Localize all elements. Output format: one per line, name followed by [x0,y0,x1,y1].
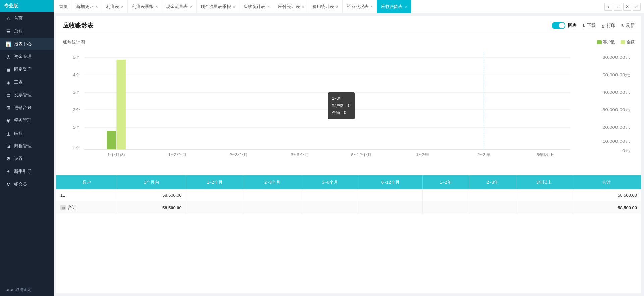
print-button[interactable]: 🖨 打印 [601,22,615,29]
sidebar-item-invoice[interactable]: ▤ 发票管理 [0,89,54,101]
total-label-cell: ▤ 合计 [56,201,117,214]
sidebar-pin-toggle[interactable]: ◄◄ 取消固定 [0,284,54,296]
tab-operations-close[interactable]: × [371,5,373,9]
sidebar-item-inventory[interactable]: ⊞ 进销台账 [0,101,54,114]
refresh-icon: ↻ [621,23,625,28]
svg-text:2~3个月: 2~3个月 [229,153,248,157]
col-y3plus: 3年以上 [516,175,572,189]
tax-icon: ◉ [5,118,11,123]
tab-cashflow-quarterly-label: 现金流量表季报 [201,4,231,10]
table-total-row: ▤ 合计 58,500.00 58,500.00 [56,201,641,214]
sidebar-item-archive[interactable]: ◪ 归档管理 [0,140,54,152]
sidebar-item-label: 归档管理 [14,143,32,149]
tab-expense-stats-close[interactable]: × [336,5,338,9]
ledger-icon: ☰ [5,29,11,34]
col-m36: 3~6个月 [301,175,359,189]
tab-cashflow-close[interactable]: × [190,5,192,9]
pin-icon: ◄◄ [5,288,13,292]
home-icon: ⌂ [5,16,11,21]
tab-operations-label: 经营状况表 [347,4,369,10]
svg-text:2~3年: 2~3年 [477,153,490,157]
tab-scroll-left[interactable]: ‹ [604,3,612,11]
cell-m12 [186,189,244,201]
legend-amount: 金额 [621,39,635,45]
col-customer: 客户 [56,175,117,189]
tab-expense-stats[interactable]: 费用统计表 × [308,0,342,13]
svg-text:3个: 3个 [73,90,80,94]
cell-total: 58,500.00 [572,189,641,201]
sidebar-item-label: 税务管理 [14,117,32,124]
tab-ar-stats-close[interactable]: × [267,5,269,9]
legend-customer-label: 客户数 [603,39,615,45]
bar-customer-1[interactable] [107,131,116,149]
sidebar-item-ledger[interactable]: ☰ 总账 [0,25,54,38]
svg-text:1~2年: 1~2年 [416,153,429,157]
cell-y3plus [516,189,572,201]
legend-amount-color [621,40,625,44]
chart-container: 5个 4个 3个 2个 1个 0个 60,000.00元 50,000.00元 … [63,49,635,169]
download-icon: ⬇ [582,23,586,28]
cell-m36 [301,189,359,201]
total-text: 合计 [68,205,76,211]
sidebar-item-salary[interactable]: ◈ 工资 [0,76,54,89]
tab-ap-stats[interactable]: 应付统计表 × [274,0,308,13]
settings-icon: ⚙ [5,156,11,161]
download-button[interactable]: ⬇ 下载 [582,22,596,29]
sidebar-item-reports[interactable]: 📊 报表中心 [0,38,54,50]
tab-profit-quarterly[interactable]: 利润表季报 × [128,0,162,13]
sidebar-item-settings[interactable]: ⚙ 设置 [0,152,54,165]
chart-toggle-label: 图表 [568,22,577,29]
table-header-row: 客户 1个月内 1~2个月 2~3个月 3~6个月 6~12个月 1~2年 2~… [56,175,641,189]
tab-cashflow[interactable]: 现金流量表 × [162,0,196,13]
sidebar-item-assets[interactable]: ▣ 固定资产 [0,63,54,76]
legend-customer-count: 客户数 [597,39,615,45]
svg-text:60,000.00元: 60,000.00元 [602,55,630,59]
sidebar-item-closing[interactable]: ◫ 结账 [0,127,54,140]
header-actions: 图表 ⬇ 下载 🖨 打印 ↻ 刷新 [552,22,635,29]
chart-toggle-container[interactable]: 图表 [552,22,577,29]
tab-scroll-right[interactable]: › [614,3,622,11]
tab-profit-quarterly-close[interactable]: × [156,5,158,9]
membership-icon: V [5,182,11,187]
inventory-icon: ⊞ [5,105,11,110]
sidebar-item-tax[interactable]: ◉ 税务管理 [0,114,54,127]
sidebar-item-label: 资金管理 [14,54,32,60]
print-label: 打印 [607,22,615,29]
closing-icon: ◫ [5,131,11,136]
tab-expand[interactable]: ⤢ [633,3,641,11]
tab-cashflow-quarterly-close[interactable]: × [233,5,235,9]
col-y23: 2~3年 [469,175,516,189]
svg-text:0个: 0个 [73,146,80,150]
svg-text:3年以上: 3年以上 [536,153,554,157]
svg-text:50,000.00元: 50,000.00元 [602,73,630,77]
cell-y12 [422,189,469,201]
legend-amount-label: 金额 [627,39,635,45]
tab-voucher[interactable]: 新增凭证 × [72,0,102,13]
sidebar-item-label: 固定资产 [14,66,32,72]
sidebar-item-membership[interactable]: V 畅会员 [0,178,54,191]
guide-icon: ✦ [5,169,11,174]
page-content: 应收账龄表 图表 ⬇ 下载 🖨 打印 ↻ 刷新 [56,16,641,293]
sidebar-item-home[interactable]: ⌂ 首页 [0,12,54,25]
data-table: 客户 1个月内 1~2个月 2~3个月 3~6个月 6~12个月 1~2年 2~… [56,175,641,214]
tab-close-current[interactable]: ✕ [623,3,631,11]
chart-toggle[interactable] [552,22,565,29]
tab-home[interactable]: 首页 [55,0,72,13]
tab-ar-aging-close[interactable]: × [405,5,407,9]
total-m12 [186,201,244,214]
total-y3plus [516,201,572,214]
tab-profit[interactable]: 利润表 × [102,0,127,13]
sidebar-item-guide[interactable]: ✦ 新手引导 [0,165,54,178]
tab-ar-aging[interactable]: 应收账龄表 × [377,0,411,13]
sidebar-item-label: 报表中心 [14,41,32,47]
bar-amount-1[interactable] [116,60,125,149]
sidebar-item-funds[interactable]: ◎ 资金管理 [0,50,54,63]
tab-cashflow-quarterly[interactable]: 现金流量表季报 × [197,0,239,13]
tab-profit-close[interactable]: × [121,5,123,9]
tab-voucher-close[interactable]: × [96,5,98,9]
tab-ap-stats-close[interactable]: × [302,5,304,9]
refresh-button[interactable]: ↻ 刷新 [621,22,635,29]
tab-ar-stats[interactable]: 应收统计表 × [239,0,274,13]
tab-operations[interactable]: 经营状况表 × [343,0,377,13]
total-y12 [422,201,469,214]
